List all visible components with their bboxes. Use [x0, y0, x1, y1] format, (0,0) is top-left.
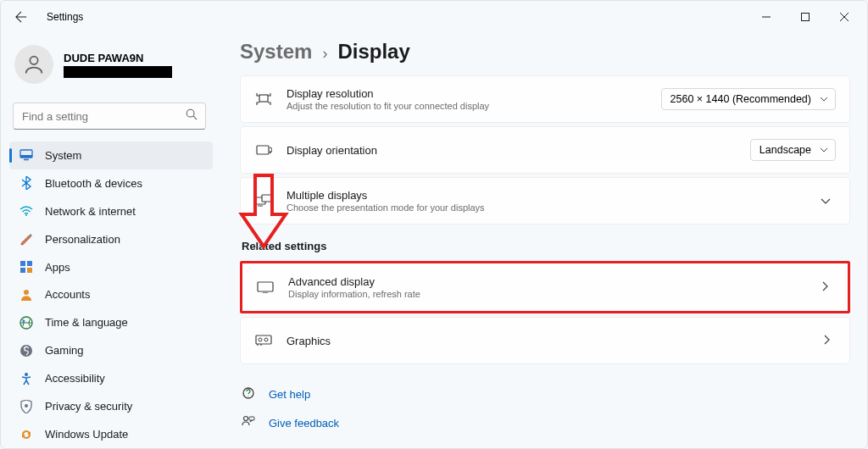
navigate-chevron	[822, 280, 834, 295]
content-area: System › Display Display resolution Adju…	[220, 33, 867, 448]
arrow-left-icon	[15, 11, 27, 23]
maximize-button[interactable]	[786, 2, 825, 32]
user-email-redacted	[64, 66, 172, 78]
svg-point-2	[30, 57, 37, 64]
gaming-icon	[19, 344, 33, 358]
person-icon	[22, 53, 46, 76]
section-related: Related settings	[242, 240, 850, 252]
svg-rect-1	[802, 14, 810, 21]
nav-label: Accounts	[45, 288, 90, 301]
resolution-select[interactable]: 2560 × 1440 (Recommended)	[661, 88, 836, 110]
card-graphics[interactable]: Graphics	[240, 317, 850, 364]
svg-point-17	[25, 373, 28, 376]
svg-point-18	[25, 404, 28, 407]
feedback-icon	[242, 415, 257, 430]
nav-label: Accessibility	[45, 372, 105, 385]
expand-chevron	[821, 193, 836, 208]
search-icon	[186, 108, 198, 124]
card-multiple-displays[interactable]: Multiple displays Choose the presentatio…	[240, 177, 850, 224]
nav-label: Gaming	[45, 344, 84, 357]
system-icon	[19, 148, 33, 162]
nav-bluetooth[interactable]: Bluetooth & devices	[9, 169, 213, 197]
update-icon	[19, 428, 33, 441]
nav-label: System	[45, 149, 81, 162]
select-value: 2560 × 1440 (Recommended)	[670, 93, 811, 105]
orientation-icon	[254, 141, 273, 159]
svg-rect-9	[20, 261, 25, 266]
breadcrumb-current: Display	[337, 40, 409, 64]
svg-line-4	[193, 116, 197, 119]
back-button[interactable]	[6, 2, 36, 32]
breadcrumb-parent[interactable]: System	[240, 40, 312, 64]
accessibility-icon	[19, 372, 33, 385]
close-icon	[840, 13, 849, 21]
svg-rect-10	[27, 261, 32, 266]
card-title: Graphics	[287, 335, 824, 347]
user-profile[interactable]: DUDE PAWA9N	[9, 42, 213, 92]
nav-personalization[interactable]: Personalization	[9, 225, 213, 253]
chevron-right-icon: ›	[322, 45, 327, 63]
card-resolution[interactable]: Display resolution Adjust the resolution…	[240, 75, 850, 123]
nav-label: Windows Update	[45, 428, 128, 441]
sidebar: DUDE PAWA9N System Bluetooth & devices N…	[1, 33, 220, 448]
svg-point-15	[23, 319, 25, 322]
nav-update[interactable]: Windows Update	[9, 420, 213, 448]
link-feedback[interactable]: Give feedback	[240, 408, 850, 437]
breadcrumb: System › Display	[240, 40, 850, 64]
link-label: Give feedback	[269, 417, 339, 430]
graphics-icon	[254, 331, 273, 350]
minimize-button[interactable]	[747, 2, 786, 32]
card-subtitle: Choose the presentation mode for your di…	[287, 202, 821, 213]
card-title: Display resolution	[287, 87, 661, 100]
orientation-select[interactable]: Landscape	[750, 139, 836, 161]
card-subtitle: Display information, refresh rate	[288, 289, 822, 299]
svg-rect-24	[258, 282, 273, 291]
svg-point-3	[186, 109, 194, 117]
minimize-icon	[762, 13, 771, 21]
personalization-icon	[19, 232, 33, 246]
nav-time[interactable]: Time & language	[9, 308, 213, 336]
maximize-icon	[801, 13, 810, 21]
card-title: Multiple displays	[287, 189, 821, 202]
card-orientation[interactable]: Display orientation Landscape	[240, 126, 850, 174]
chevron-down-icon	[820, 97, 828, 102]
svg-point-28	[264, 338, 268, 341]
link-get-help[interactable]: Get help	[240, 380, 850, 408]
svg-rect-6	[20, 155, 32, 158]
nav-label: Time & language	[45, 316, 128, 329]
svg-point-32	[244, 417, 248, 421]
svg-rect-12	[27, 268, 32, 273]
nav-accounts[interactable]: Accounts	[9, 281, 213, 309]
nav-privacy[interactable]: Privacy & security	[9, 392, 213, 420]
highlight-annotation: Advanced display Display information, re…	[240, 261, 850, 313]
nav-label: Bluetooth & devices	[45, 177, 142, 190]
nav-label: Apps	[45, 261, 70, 274]
search-input[interactable]	[13, 103, 206, 130]
window-title: Settings	[47, 11, 83, 23]
user-name: DUDE PAWA9N	[64, 52, 172, 64]
network-icon	[19, 204, 33, 218]
window-controls	[747, 2, 864, 32]
svg-point-8	[25, 214, 27, 216]
accounts-icon	[19, 288, 33, 302]
link-label: Get help	[269, 388, 310, 401]
svg-point-13	[24, 290, 29, 295]
nav-list: System Bluetooth & devices Network & int…	[9, 141, 213, 448]
navigate-chevron	[824, 333, 836, 348]
card-title: Display orientation	[287, 144, 750, 157]
card-title: Advanced display	[288, 275, 822, 288]
nav-network[interactable]: Network & internet	[9, 197, 213, 225]
time-icon	[19, 316, 33, 330]
card-advanced-display[interactable]: Advanced display Display information, re…	[242, 263, 848, 311]
nav-system[interactable]: System	[9, 141, 213, 169]
chevron-down-icon	[820, 147, 828, 152]
close-button[interactable]	[825, 2, 864, 32]
svg-rect-22	[262, 195, 272, 202]
select-value: Landscape	[760, 144, 811, 156]
svg-rect-33	[249, 417, 254, 420]
nav-accessibility[interactable]: Accessibility	[9, 364, 213, 392]
nav-gaming[interactable]: Gaming	[9, 336, 213, 364]
nav-apps[interactable]: Apps	[9, 253, 213, 281]
privacy-icon	[19, 400, 33, 413]
resolution-icon	[254, 90, 273, 108]
